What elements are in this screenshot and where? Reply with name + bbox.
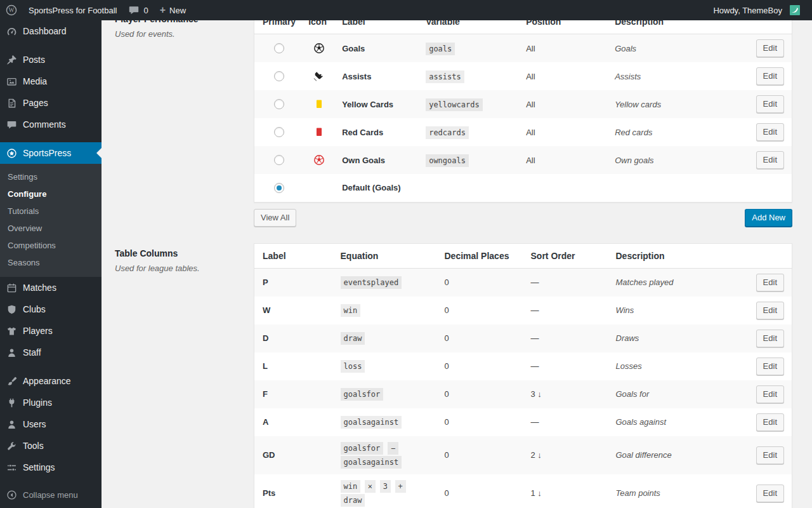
section-field: Primary Icon Label Variable Position Des… — [254, 9, 792, 227]
performance-label: Own Goals — [342, 156, 385, 165]
sportspress-submenu: Settings Configure Tutorials Overview Co… — [0, 164, 102, 277]
primary-radio[interactable] — [274, 71, 284, 81]
comments-shortcut[interactable]: 0 — [122, 0, 154, 20]
default-label: Default (Goals) — [342, 183, 400, 192]
submenu-item-overview[interactable]: Overview — [0, 220, 102, 237]
page-icon — [5, 97, 18, 109]
person-icon — [5, 347, 18, 358]
description-value: Wins — [616, 305, 634, 315]
sidebar-item-dashboard[interactable]: Dashboard — [0, 20, 102, 42]
section-subtitle: Used for league tables. — [115, 264, 247, 273]
pin-icon — [5, 54, 18, 65]
sidebar-item-players[interactable]: Players — [0, 320, 102, 342]
edit-button[interactable]: Edit — [756, 274, 784, 291]
primary-radio-default[interactable] — [274, 183, 284, 193]
sidebar-item-plugins[interactable]: Plugins — [0, 392, 102, 413]
equation-cell: win × 3 + draw — [334, 474, 438, 508]
sidebar-item-matches[interactable]: Matches — [0, 277, 102, 298]
account-menu[interactable]: Howdy, ThemeBoy — [707, 0, 806, 20]
equation-token: − — [388, 442, 398, 455]
primary-radio[interactable] — [274, 127, 284, 137]
equation-token: × — [365, 480, 376, 493]
primary-radio[interactable] — [274, 99, 284, 109]
edit-button[interactable]: Edit — [756, 485, 784, 502]
sort-order-value: 2 ↓ — [525, 436, 610, 474]
sort-order-value: 3 ↓ — [525, 380, 610, 408]
submenu-item-competitions[interactable]: Competitions — [0, 237, 102, 254]
wordpress-icon — [6, 4, 17, 16]
decimal-places-value: 0 — [438, 380, 525, 408]
sidebar-item-users[interactable]: Users — [0, 413, 102, 435]
column-header-equation: Equation — [334, 243, 438, 268]
column-label: P — [263, 277, 268, 287]
submenu-item-tutorials[interactable]: Tutorials — [0, 203, 102, 220]
wordpress-logo-button[interactable] — [0, 0, 23, 20]
sidebar-item-pages[interactable]: Pages — [0, 92, 102, 114]
edit-button[interactable]: Edit — [756, 446, 784, 464]
edit-button[interactable]: Edit — [756, 95, 784, 113]
sidebar-item-settings[interactable]: Settings — [0, 457, 102, 478]
decimal-places-value: 0 — [438, 474, 525, 508]
edit-button[interactable]: Edit — [756, 39, 784, 57]
site-name-link[interactable]: SportsPress for Football — [23, 0, 122, 20]
collapse-menu-button[interactable]: Collapse menu — [0, 484, 102, 505]
submenu-item-settings[interactable]: Settings — [0, 168, 102, 185]
wrench-icon — [5, 440, 18, 451]
add-new-button[interactable]: Add New — [745, 209, 792, 227]
boot-icon — [313, 70, 325, 82]
view-all-button[interactable]: View All — [254, 209, 296, 227]
primary-radio[interactable] — [274, 43, 284, 53]
description-value: Goal difference — [616, 450, 672, 460]
sidebar-item-posts[interactable]: Posts — [0, 49, 102, 70]
sidebar-item-clubs[interactable]: Clubs — [0, 298, 102, 320]
primary-radio[interactable] — [274, 155, 284, 165]
edit-button[interactable]: Edit — [756, 413, 784, 431]
submenu-item-configure[interactable]: Configure — [0, 185, 102, 203]
column-label: F — [263, 389, 268, 399]
table-columns-rows: P eventsplayed 0 — Matches played Edit W… — [254, 268, 792, 508]
equation-token: + — [395, 480, 406, 493]
edit-button[interactable]: Edit — [756, 330, 784, 347]
variable-code: redcards — [426, 126, 469, 139]
comments-icon — [5, 119, 18, 130]
sidebar-item-sportspress[interactable]: SportsPress — [0, 142, 102, 164]
column-header-decimal-places: Decimal Places — [438, 243, 525, 268]
edit-button[interactable]: Edit — [756, 385, 784, 403]
edit-button[interactable]: Edit — [756, 67, 784, 85]
table-column-row: A goalsagainst 0 — Goals against Edit — [254, 408, 792, 436]
edit-button[interactable]: Edit — [756, 302, 784, 319]
player-performance-table: Primary Icon Label Variable Position Des… — [254, 9, 792, 203]
edit-button[interactable]: Edit — [756, 358, 784, 375]
greeting-text: Howdy, ThemeBoy — [713, 6, 782, 15]
table-column-row: D draw 0 — Draws Edit — [254, 324, 792, 352]
equation-token: loss — [341, 360, 365, 373]
comment-bubble-icon — [128, 4, 140, 16]
table-columns-table: Label Equation Decimal Places Sort Order… — [254, 243, 792, 508]
sidebar-item-staff[interactable]: Staff — [0, 342, 102, 363]
sidebar-item-comments[interactable]: Comments — [0, 114, 102, 135]
section-title: Table Columns — [115, 248, 247, 259]
equation-cell: goalsagainst — [334, 408, 438, 436]
equation-token: 3 — [380, 480, 391, 493]
edit-button[interactable]: Edit — [756, 151, 784, 169]
brush-icon — [5, 375, 18, 387]
performance-row: Own Goals owngoals All Own goals Edit — [254, 146, 792, 174]
description-value: Losses — [616, 361, 642, 371]
table-column-row: F goalsfor 0 3 ↓ Goals for Edit — [254, 380, 792, 408]
performance-rows: Goals goals All Goals Edit Assists assis… — [254, 34, 792, 175]
submenu-item-seasons[interactable]: Seasons — [0, 254, 102, 271]
dashboard-icon — [5, 25, 18, 37]
sidebar-item-tools[interactable]: Tools — [0, 435, 102, 457]
sort-order-value: — — [525, 324, 610, 352]
edit-button[interactable]: Edit — [756, 123, 784, 141]
description-value: Goals against — [616, 417, 667, 427]
column-label: L — [263, 361, 268, 371]
position-value: All — [520, 118, 608, 146]
new-content-menu[interactable]: + New — [154, 0, 192, 20]
soccer-ball-icon — [313, 43, 325, 54]
equation-cell: draw — [334, 324, 438, 352]
sidebar-item-appearance[interactable]: Appearance — [0, 370, 102, 392]
description-value: Team points — [616, 488, 660, 498]
sidebar-item-media[interactable]: Media — [0, 70, 102, 92]
player-performance-section: Player Performance Used for events. Prim… — [102, 9, 812, 227]
